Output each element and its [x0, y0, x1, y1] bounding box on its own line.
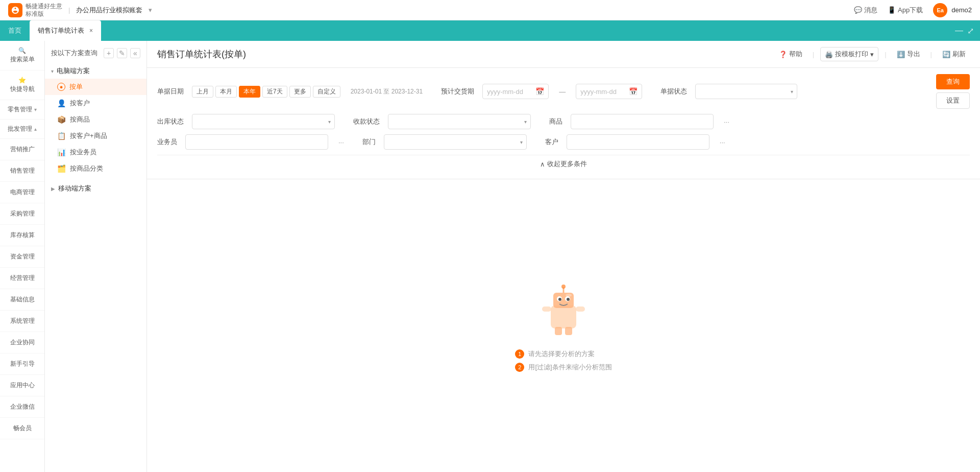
svg-rect-10 — [555, 327, 562, 335]
breadcrumb-arrow[interactable]: ▾ — [149, 6, 152, 14]
search-btn-area: 查询 设置 — [936, 74, 970, 109]
settings-button[interactable]: 设置 — [936, 92, 970, 109]
sidebar-item-sales[interactable]: 销售管理 — [0, 160, 44, 182]
collapse-panel-button[interactable]: « — [130, 48, 140, 58]
message-button[interactable]: 💬 消息 — [854, 6, 877, 15]
goods-dots[interactable]: ··· — [724, 118, 729, 126]
scheme-item-by-customer[interactable]: 👤 按客户 — [45, 95, 146, 111]
message-icon: 💬 — [854, 6, 862, 14]
svg-rect-0 — [551, 305, 576, 328]
salesperson-dots[interactable]: ··· — [338, 138, 344, 146]
empty-tips: 1 请先选择要分析的方案 2 用[过滤]条件来缩小分析范围 — [515, 349, 611, 372]
date-prev-month-button[interactable]: 上月 — [192, 86, 213, 98]
scheme-item-by-goods[interactable]: 📦 按商品 — [45, 111, 146, 128]
svg-rect-11 — [565, 327, 572, 335]
ship-status-label: 出库状态 — [157, 117, 184, 126]
mobile-scheme-toggle[interactable]: ▶ 移动端方案 — [45, 181, 146, 196]
scheme-item-by-category[interactable]: 🗂️ 按商品分类 — [45, 160, 146, 177]
payment-status-select[interactable] — [388, 114, 531, 129]
dept-label: 部门 — [362, 137, 376, 147]
date-this-month-button[interactable]: 本月 — [215, 86, 237, 98]
sidebar-item-retail[interactable]: 零售管理 ▾ — [0, 100, 44, 120]
expected-date-label: 预计交货期 — [441, 87, 474, 96]
content: 按以下方案查询 + ✎ « ▾ 电脑端方案 ● 按单 👤 — [45, 41, 980, 472]
by-goods-icon: 📦 — [57, 115, 66, 124]
customer-input[interactable] — [567, 134, 709, 150]
salesperson-label: 业务员 — [157, 137, 177, 147]
user-menu[interactable]: Ea demo2 — [933, 3, 972, 17]
scheme-item-by-customer-goods[interactable]: 📋 按客户+商品 — [45, 128, 146, 144]
sidebar-item-finance[interactable]: 资金管理 — [0, 246, 44, 268]
tab-close-icon[interactable]: × — [89, 27, 93, 34]
quicknav-icon: ⭐ — [18, 77, 26, 84]
download-icon: 📱 — [888, 6, 896, 14]
tab-controls: — ⤢ — [955, 26, 980, 36]
page-title: 销售订单统计表(按单) — [157, 48, 246, 60]
section-arrow-icon: ▾ — [51, 68, 54, 74]
sidebar: 🔍 搜索菜单 ⭐ 快捷导航 零售管理 ▾ 批发管理 ▴ 营销推广 销售管理 电商… — [0, 41, 45, 472]
tab-minimize-button[interactable]: — — [955, 26, 963, 35]
expected-date-start[interactable]: yyyy-mm-dd 📅 — [482, 84, 549, 99]
tip2-text: 用[过滤]条件来缩小分析范围 — [528, 363, 611, 372]
refresh-button[interactable]: 🔄 刷新 — [938, 48, 970, 61]
sidebar-item-purchase[interactable]: 采购管理 — [0, 203, 44, 225]
dept-select[interactable] — [384, 134, 527, 150]
sidebar-item-operations[interactable]: 经营管理 — [0, 268, 44, 289]
mobile-scheme-section: ▶ 移动端方案 — [45, 179, 146, 198]
dept-select-wrapper: ▾ — [384, 134, 527, 150]
sidebar-item-member[interactable]: 畅会员 — [0, 418, 44, 439]
customer-dots[interactable]: ··· — [720, 138, 725, 146]
payment-status-select-wrapper: ▾ — [388, 114, 531, 129]
export-button[interactable]: ⬇️ 导出 — [893, 48, 924, 61]
sidebar-item-basics[interactable]: 基础信息 — [0, 289, 44, 311]
tab-sales-order[interactable]: 销售订单统计表 × — [30, 20, 101, 41]
sidebar-item-wechat[interactable]: 企业微信 — [0, 396, 44, 418]
query-button[interactable]: 查询 — [936, 74, 970, 89]
pc-scheme-section: ▾ 电脑端方案 ● 按单 👤 按客户 📦 按商品 📋 按客户+ — [45, 61, 146, 179]
tab-maximize-button[interactable]: ⤢ — [967, 26, 974, 36]
pc-scheme-toggle[interactable]: ▾ 电脑端方案 — [45, 63, 146, 79]
scheme-item-by-order[interactable]: ● 按单 — [45, 79, 146, 95]
tab-home[interactable]: 首页 — [0, 20, 30, 41]
print-button[interactable]: 🖨️ 按模板打印 ▾ — [820, 47, 878, 61]
ship-status-select-wrapper: ▾ — [192, 114, 335, 129]
page-actions: ❓ 帮助 | 🖨️ 按模板打印 ▾ | ⬇️ 导出 — [775, 47, 970, 61]
ship-status-select[interactable] — [192, 114, 335, 129]
tab-bar: 首页 销售订单统计表 × — ⤢ — [0, 20, 980, 41]
main-layout: 🔍 搜索菜单 ⭐ 快捷导航 零售管理 ▾ 批发管理 ▴ 营销推广 销售管理 电商… — [0, 41, 980, 472]
chevron-up-icon: ▴ — [34, 126, 37, 132]
sidebar-item-ecommerce[interactable]: 电商管理 — [0, 182, 44, 203]
right-panel: 销售订单统计表(按单) ❓ 帮助 | 🖨️ 按模板打印 ▾ | — [147, 41, 980, 472]
collapse-filter-button[interactable]: ∧ 收起更多条件 — [157, 155, 970, 173]
sidebar-item-marketing[interactable]: 营销推广 — [0, 139, 44, 160]
date-this-year-button[interactable]: 本年 — [239, 86, 260, 98]
filter-row-3: 业务员 ··· 部门 ▾ 客户 ··· — [157, 134, 970, 150]
help-button[interactable]: ❓ 帮助 — [775, 48, 806, 61]
search-icon: 🔍 — [18, 47, 26, 54]
sidebar-item-quicknav[interactable]: ⭐ 快捷导航 — [0, 70, 44, 100]
sidebar-item-enterprise[interactable]: 企业协同 — [0, 332, 44, 353]
sidebar-item-search[interactable]: 🔍 搜索菜单 — [0, 41, 44, 70]
date-custom-button[interactable]: 自定义 — [313, 86, 340, 98]
sidebar-item-inventory[interactable]: 库存核算 — [0, 225, 44, 246]
add-scheme-button[interactable]: + — [104, 48, 114, 58]
scheme-item-by-salesperson[interactable]: 📊 按业务员 — [45, 144, 146, 160]
date-more-button[interactable]: 更多 — [289, 86, 311, 98]
sidebar-item-wholesale[interactable]: 批发管理 ▴ — [0, 120, 44, 139]
logo-area: 畅捷通好生意 标准版 — [8, 3, 62, 17]
empty-illustration — [533, 280, 594, 341]
breadcrumb-title: 办公用品行业模拟账套 — [76, 6, 142, 15]
status-select-wrapper: ▾ — [695, 84, 797, 99]
expected-date-end[interactable]: yyyy-mm-dd 📅 — [576, 84, 642, 99]
app-download-button[interactable]: 📱 App下载 — [888, 6, 923, 15]
sidebar-item-system[interactable]: 系统管理 — [0, 311, 44, 332]
edit-scheme-button[interactable]: ✎ — [117, 48, 127, 58]
salesperson-input[interactable] — [185, 134, 328, 150]
status-select[interactable] — [695, 84, 797, 99]
sidebar-item-newbie[interactable]: 新手引导 — [0, 353, 44, 375]
mobile-section-arrow-icon: ▶ — [51, 186, 55, 192]
empty-svg-icon — [533, 280, 594, 341]
date-7days-button[interactable]: 近7天 — [262, 86, 287, 98]
goods-input[interactable] — [571, 114, 714, 129]
sidebar-item-appcenter[interactable]: 应用中心 — [0, 375, 44, 396]
